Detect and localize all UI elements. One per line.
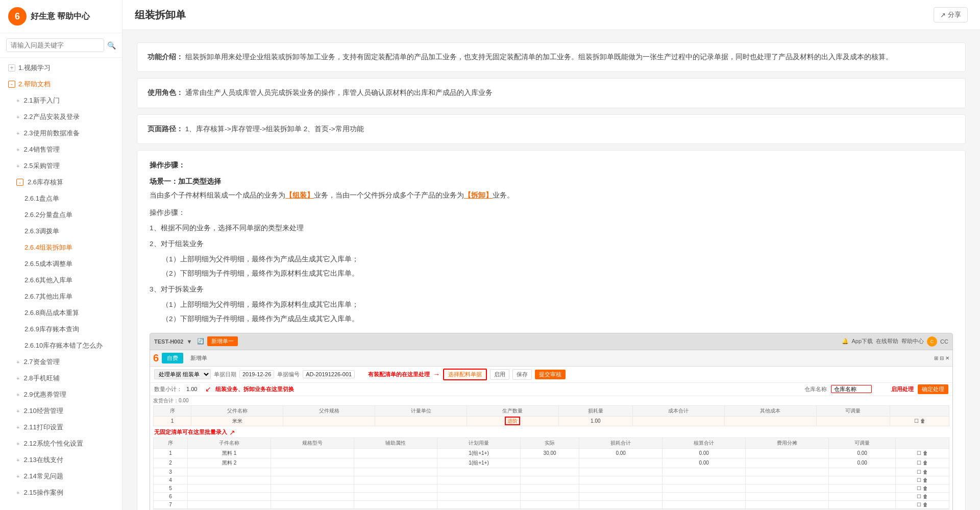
sidebar-item-newbie[interactable]: + 2.1新手入门 xyxy=(0,92,122,109)
role-label: 使用角色： xyxy=(148,89,183,96)
sidebar-item-label: 2.6.4组装拆卸单 xyxy=(24,243,72,252)
step2: 2、对于组装业务 xyxy=(150,238,953,250)
sidebar-item-label: 2.帮助文档 xyxy=(18,80,51,89)
sidebar-item-cost-adj[interactable]: 2.6.5成本调整单 xyxy=(0,256,122,272)
mock-select-bom-btn[interactable]: 选择配料单据 xyxy=(443,369,487,380)
mock-btn2[interactable]: 保存 xyxy=(512,369,532,380)
sidebar-item-purchase[interactable]: + 2.5采购管理 xyxy=(0,158,122,174)
annotation5-text: 无固定清单可在这里批量录入 xyxy=(154,428,227,436)
path-card: 页面路径： 1、库存核算->库存管理->组装拆卸单 2、首页->常用功能 xyxy=(137,114,966,144)
mock-btn3[interactable]: 提交审核 xyxy=(535,370,566,379)
sidebar-item-inventory[interactable]: - 2.6库存核算 xyxy=(0,174,122,190)
sidebar-item-cost-calc[interactable]: 2.6.8商品成本重算 xyxy=(0,305,122,321)
sidebar-item-video[interactable]: + 1.视频学习 xyxy=(0,60,122,76)
steps-title: 操作步骤： xyxy=(150,161,953,170)
sidebar-item-finance[interactable]: + 2.7资金管理 xyxy=(0,354,122,370)
screenshot-container: TEST-H002 ▼ 🔄 新增单一 🔔 App下载 在线帮助 帮助中心 C C… xyxy=(150,333,953,510)
sidebar-item-split[interactable]: 2.6.2分量盘点单 xyxy=(0,207,122,223)
sidebar-item-other-out[interactable]: 2.6.7其他出库单 xyxy=(0,288,122,305)
expand-sub-icon4: + xyxy=(16,392,19,398)
sidebar-logo: 6 好生意 帮助中心 xyxy=(0,0,122,33)
main-area: 组装拆卸单 ↗ 分享 功能介绍： 组装拆卸单用来处理企业组装或拆卸等加工业务，支… xyxy=(122,0,980,510)
sidebar-item-sales[interactable]: + 2.4销售管理 xyxy=(0,141,122,158)
sidebar-item-label: 2.6.3调拨单 xyxy=(24,227,59,236)
sidebar-item-label: 2.10经营管理 xyxy=(23,406,63,416)
mock-new-order-btn[interactable]: 新增单一 xyxy=(207,336,238,346)
scene1-text3: 业务。 xyxy=(493,191,514,199)
sidebar-item-docs[interactable]: - 2.帮助文档 xyxy=(0,76,122,92)
mock-date-label: 单据日期 xyxy=(214,371,236,378)
mock-bill-label: 单据编号 xyxy=(277,371,300,378)
table-row: 6☐ 🗑 xyxy=(154,492,949,500)
sidebar-item-label: 2.6.8商品成本重算 xyxy=(24,308,79,318)
path-text: 页面路径： 1、库存核算->库存管理->组装拆卸单 2、首页->常用功能 xyxy=(148,123,955,135)
bullet-icon: + xyxy=(16,98,19,104)
expand-icon: + xyxy=(8,64,15,71)
step2-sub2: （2）下部明细为子件明细，最终作为原材料生成其它出库单。 xyxy=(150,268,953,280)
step3-sub2: （2）下部明细为子件明细，最终作为产成品生成其它入库单。 xyxy=(150,313,953,325)
sidebar-item-online-pay[interactable]: + 2.13在线支付 xyxy=(0,452,122,468)
sidebar-item-adjust[interactable]: 2.6.3调拨单 xyxy=(0,223,122,239)
bullet-icon: + xyxy=(16,130,19,136)
sidebar-item-stock-err[interactable]: 2.6.10库存账本错了怎么办 xyxy=(0,337,122,354)
sidebar-item-other-in[interactable]: 2.6.6其他入库单 xyxy=(0,272,122,288)
sidebar-item-label: 2.5采购管理 xyxy=(23,161,59,171)
col-adj-qty: 可调量 xyxy=(816,405,890,416)
step1: 1、根据不同的业务，选择不同单据的类型来处理 xyxy=(150,222,953,234)
role-body: 通常由生产人员或库管人员完成拆装业务的操作，库管人员确认原材料的出库和产成品的入… xyxy=(185,89,493,96)
sidebar-item-stocktake[interactable]: 2.6.1盘点单 xyxy=(0,190,122,207)
search-input[interactable] xyxy=(6,38,104,52)
path-label: 页面路径： xyxy=(148,125,183,133)
sidebar-item-assembly[interactable]: 2.6.4组装拆卸单 xyxy=(0,239,122,256)
nav-section: + 1.视频学习 - 2.帮助文档 + 2.1新手入门 + 2.2产品安装及登录… xyxy=(0,58,122,503)
sidebar-item-faq[interactable]: + 2.14常见问题 xyxy=(0,468,122,484)
search-button[interactable]: 🔍 xyxy=(107,41,116,50)
expand-sub-icon6: + xyxy=(16,424,19,430)
sidebar-item-stock-check[interactable]: 2.6.9库存账本查询 xyxy=(0,321,122,337)
sidebar-item-custom[interactable]: + 2.12系统个性化设置 xyxy=(0,435,122,452)
path-body: 1、库存核算->库存管理->组装拆卸单 2、首页->常用功能 xyxy=(185,125,364,133)
share-label: 分享 xyxy=(948,10,961,19)
role-card: 使用角色： 通常由生产人员或库管人员完成拆装业务的操作，库管人员确认原材料的出库… xyxy=(137,78,966,108)
main-header: 组装拆卸单 ↗ 分享 xyxy=(122,0,980,30)
sidebar-item-label: 2.13在线支付 xyxy=(23,455,63,465)
annotation5-arrow: ↗ xyxy=(229,428,235,436)
annotation3-text: 组装业务、拆卸业务在这里切换 xyxy=(215,385,294,393)
mock-confirm-btn[interactable]: 确定处理 xyxy=(918,384,948,394)
mock-btn1[interactable]: 启用 xyxy=(490,369,509,380)
sidebar-item-print[interactable]: + 2.11打印设置 xyxy=(0,419,122,435)
annotation1-arrow: → xyxy=(433,370,440,378)
mock-qty-value: 1.00 xyxy=(186,386,197,392)
sidebar-item-data-prep[interactable]: + 2.3使用前数据准备 xyxy=(0,125,122,141)
share-icon: ↗ xyxy=(940,11,946,19)
sidebar-item-label: 2.9优惠券管理 xyxy=(23,390,66,399)
sidebar-item-label: 2.6.2分量盘点单 xyxy=(24,210,72,220)
col-seq: 序 xyxy=(154,405,191,416)
mock-tab-active[interactable]: 自费 xyxy=(162,353,183,363)
share-button[interactable]: ↗ 分享 xyxy=(934,7,968,22)
ops-title: 操作步骤： xyxy=(150,207,953,219)
sidebar-item-operations[interactable]: + 2.10经营管理 xyxy=(0,403,122,419)
expand-sub-icon10: + xyxy=(16,490,19,496)
logo-icon: 6 xyxy=(8,7,27,26)
expand-sub-icon2: + xyxy=(16,359,19,365)
mock-bell-icon: 🔔 xyxy=(842,338,849,345)
mock-warehouse-input[interactable] xyxy=(831,385,872,393)
scene1-title: 场景一：加工类型选择 xyxy=(150,177,953,186)
sidebar-item-mobile[interactable]: + 2.8手机旺辅 xyxy=(0,370,122,386)
scene1-text2: 业务，当由一个父件拆分成多个子产品的业务为 xyxy=(314,191,464,199)
search-box: 🔍 xyxy=(0,33,122,58)
sidebar-item-coupon[interactable]: + 2.9优惠券管理 xyxy=(0,386,122,403)
mock-help2-label: 帮助中心 xyxy=(901,337,924,345)
sidebar-item-install[interactable]: + 2.2产品安装及登录 xyxy=(0,109,122,125)
mock-nav-icons: ⊞ ⊟ ✕ xyxy=(934,355,949,361)
sidebar-item-label: 2.6.10库存账本错了怎么办 xyxy=(24,341,103,350)
mock-tab-new[interactable]: 新增单 xyxy=(185,353,212,363)
mock-bill-value: AD-20191226-001 xyxy=(303,370,355,378)
steps-section: 操作步骤： 场景一：加工类型选择 当由多个子件材料组装成一个成品的业务为【组装】… xyxy=(137,150,966,510)
sidebar: 6 好生意 帮助中心 🔍 + 1.视频学习 - 2.帮助文档 + 2.1新手入门… xyxy=(0,0,122,510)
sidebar-item-cases[interactable]: + 2.15操作案例 xyxy=(0,484,122,501)
sidebar-item-label: 2.1新手入门 xyxy=(23,96,59,105)
table-row: 5☐ 🗑 xyxy=(154,484,949,492)
mock-order-type-select[interactable]: 处理单据 组装单 xyxy=(154,369,211,379)
